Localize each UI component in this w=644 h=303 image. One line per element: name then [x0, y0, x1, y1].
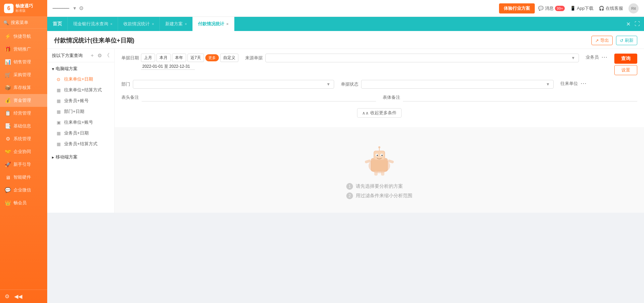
tab-receipts[interactable]: 收款情况统计 × — [118, 17, 159, 31]
collapse-panel-icon[interactable]: 《 — [105, 52, 110, 59]
scheme-item-6[interactable]: ▦ 业务员+结算方式 — [47, 139, 114, 149]
date-btn-lastmonth[interactable]: 上月 — [141, 54, 155, 62]
scheme-icon-5: ▦ — [57, 131, 62, 136]
app-download-action[interactable]: 📱 App下载 — [570, 5, 593, 11]
expand-icon[interactable]: ⛶ — [635, 21, 640, 27]
tab-receipts-close[interactable]: × — [152, 22, 154, 26]
basics-icon: 📑 — [5, 123, 11, 129]
tab-newscheme-close[interactable]: × — [185, 22, 187, 26]
mobile-section-title[interactable]: ▸ 移动端方案 — [47, 152, 114, 162]
settings-foot-icon[interactable]: ⚙ — [5, 293, 9, 300]
filter-group-date: 单据日期 上月 本月 本年 近7天 更多 自定义 — [121, 54, 238, 70]
left-panel-header-actions: ＋ ⚙ 《 — [90, 52, 110, 59]
tab-cashflow[interactable]: 现金银行流水查询 × — [68, 17, 118, 31]
operations-icon: 📋 — [5, 110, 11, 116]
sidebar: 6 畅捷通巧 标准版 🔍 搜索菜单 ⚡ 快捷导航 🎁 营销推广 📊 销售管理 🛒… — [0, 0, 47, 303]
scheme-label-2: 业务员+账号 — [64, 98, 89, 104]
sidebar-item-quicknav[interactable]: ⚡ 快捷导航 — [0, 30, 47, 43]
refresh-button[interactable]: ↺ 刷新 — [616, 36, 637, 45]
salesperson-ellipsis[interactable]: ··· — [602, 54, 608, 61]
sidebar-item-member[interactable]: 👑 畅会员 — [0, 196, 47, 209]
date-btn-thisyear[interactable]: 本年 — [172, 54, 186, 62]
scheme-item-5[interactable]: ▦ 业务员+日期 — [47, 128, 114, 139]
tab-newscheme[interactable]: 新建方案 × — [160, 17, 193, 31]
tab-payments[interactable]: 付款情况统计 × — [193, 17, 234, 31]
left-panel-header: 按以下方案查询 ＋ ⚙ 《 — [47, 49, 114, 62]
body-note-input[interactable] — [403, 93, 637, 101]
date-btn-more[interactable]: 更多 — [205, 54, 219, 61]
header-dropdown-area: ▼ ⚙ — [72, 5, 84, 11]
scheme-item-0[interactable]: ⊙ 往来单位+日期 — [47, 74, 114, 85]
svg-rect-2 — [372, 159, 387, 171]
source-chevron: ▼ — [571, 56, 575, 60]
tab-payments-label: 付款情况统计 — [198, 21, 224, 27]
export-button[interactable]: ↗ 导出 — [591, 36, 613, 45]
partner-ellipsis[interactable]: ··· — [581, 80, 587, 87]
partner-label: 往来单位 — [560, 81, 578, 87]
filter-group-source: 来源单据 ▼ — [245, 54, 579, 62]
scheme-item-4[interactable]: ▣ 往来单位+账号 — [47, 117, 114, 128]
messages-label: 消息 — [545, 5, 554, 11]
scheme-item-1[interactable]: ▦ 往来单位+结算方式 — [47, 85, 114, 95]
tab-payments-close[interactable]: × — [226, 22, 228, 26]
sidebar-item-finance[interactable]: 💰 资金管理 — [0, 94, 47, 107]
tab-cashflow-close[interactable]: × — [110, 22, 112, 26]
date-btn-7days[interactable]: 近7天 — [187, 54, 204, 62]
download-icon: 📱 — [570, 6, 576, 11]
dept-select[interactable]: ▼ — [133, 80, 334, 89]
section-expand-icon: ▾ — [52, 66, 54, 71]
settings-button[interactable]: 设置 — [614, 65, 637, 75]
date-btn-custom[interactable]: 自定义 — [220, 54, 238, 62]
top-header: ━━━━━━━ 畅捷通巧 ▼ ⚙ 体验行业方案 💬 消息 99+ 📱 App下载… — [47, 0, 644, 17]
scheme-icon-4: ▣ — [57, 120, 62, 125]
sidebar-item-marketing[interactable]: 🎁 营销推广 — [0, 43, 47, 56]
sidebar-item-guide[interactable]: 🚀 新手引导 — [0, 158, 47, 171]
source-select[interactable]: ▼ — [265, 54, 579, 62]
sidebar-item-hardware[interactable]: 🖥 智能硬件 — [0, 171, 47, 184]
header-note-input[interactable] — [142, 93, 376, 101]
add-scheme-icon[interactable]: ＋ — [90, 52, 95, 59]
scheme-item-2[interactable]: ▦ 业务员+账号 — [47, 95, 114, 106]
online-service-action[interactable]: 🎧 在线客服 — [599, 5, 623, 11]
filter-area: 单据日期 上月 本月 本年 近7天 更多 自定义 — [115, 49, 644, 127]
sidebar-item-purchase[interactable]: 🛒 采购管理 — [0, 68, 47, 81]
sidebar-search[interactable]: 🔍 搜索菜单 — [0, 17, 47, 29]
sidebar-item-system[interactable]: ⚙ 系统管理 — [0, 132, 47, 145]
refresh-label: 刷新 — [625, 37, 634, 43]
sidebar-item-inventory[interactable]: 📦 库存核算 — [0, 81, 47, 94]
scheme-settings-icon[interactable]: ⚙ — [97, 53, 102, 59]
empty-hint-2: 2 用过滤条件来缩小分析范围 — [346, 192, 412, 199]
sidebar-item-operations[interactable]: 📋 经营管理 — [0, 107, 47, 120]
date-range-input[interactable] — [141, 63, 195, 70]
query-button[interactable]: 查询 — [614, 54, 637, 64]
sidebar-footer: ⚙ ◀◀ — [0, 290, 47, 303]
search-label: 搜索菜单 — [11, 20, 28, 26]
messages-action[interactable]: 💬 消息 99+ — [538, 5, 565, 11]
tab-cashflow-label: 现金银行流水查询 — [73, 21, 108, 27]
docstatus-select[interactable]: ▼ — [361, 80, 554, 89]
header-note-label: 表头备注 — [121, 94, 139, 100]
breadcrumb-text: ━━━━━━━ — [53, 6, 69, 11]
close-all-icon[interactable]: ✕ — [626, 21, 631, 27]
scheme-item-3[interactable]: ▦ 部门+日期 — [47, 106, 114, 117]
tab-home[interactable]: 首页 — [47, 17, 68, 31]
scheme-label-0: 往来单位+日期 — [64, 76, 93, 82]
header-actions: 💬 消息 99+ 📱 App下载 🎧 在线客服 Rit — [538, 3, 639, 13]
collapse-foot-icon[interactable]: ◀◀ — [14, 293, 22, 300]
date-btn-thismonth[interactable]: 本月 — [156, 54, 171, 62]
logo-text-area: 畅捷通巧 标准版 — [16, 3, 33, 13]
sidebar-item-basics[interactable]: 📑 基础信息 — [0, 120, 47, 132]
sidebar-item-enterprise[interactable]: 🤝 企业协同 — [0, 145, 47, 158]
mobile-section-label: 移动端方案 — [56, 154, 78, 160]
trial-btn[interactable]: 体验行业方案 — [499, 3, 535, 13]
filter-row-3: 表头备注 表体备注 — [121, 93, 637, 101]
sidebar-item-sales[interactable]: 📊 销售管理 — [0, 56, 47, 68]
dropdown-icon[interactable]: ▼ — [72, 6, 77, 11]
avatar[interactable]: Rit — [628, 3, 639, 13]
sidebar-item-wechat[interactable]: 💬 企业微信 — [0, 184, 47, 196]
desktop-section-title[interactable]: ▾ 电脑端方案 — [47, 64, 114, 74]
filter-group-docstatus: 单据状态 ▼ — [341, 80, 554, 89]
gear-icon[interactable]: ⚙ — [79, 5, 84, 11]
collapse-button[interactable]: ∧∧ 收起更多条件 — [357, 108, 402, 118]
page-header: 付款情况统计(往来单位+日期) ↗ 导出 ↺ 刷新 — [47, 31, 644, 49]
